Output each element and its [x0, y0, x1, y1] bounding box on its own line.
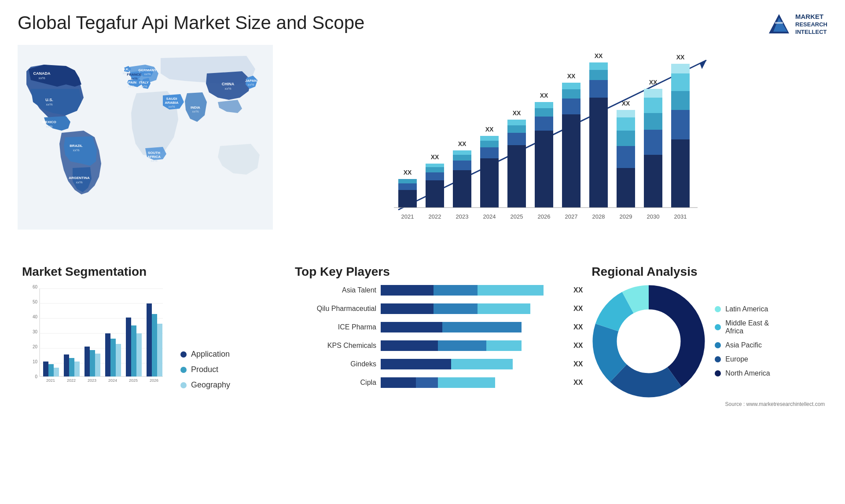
player-bar: [381, 376, 566, 389]
page-title: Global Tegafur Api Market Size and Scope: [18, 12, 364, 33]
legend-middle-east: Middle East &Africa: [715, 319, 770, 335]
player-name: Cipla: [295, 379, 376, 387]
svg-rect-75: [562, 89, 580, 99]
bottom-grid: Market Segmentation 0 10 20 30 40 50 60: [9, 260, 836, 407]
svg-rect-80: [589, 80, 608, 98]
application-dot: [180, 351, 187, 358]
middle-east-label: Middle East &Africa: [725, 319, 769, 335]
application-label: Application: [191, 350, 230, 359]
svg-text:2021: 2021: [46, 378, 55, 383]
svg-rect-103: [671, 64, 690, 73]
svg-rect-150: [434, 303, 478, 314]
svg-rect-39: [398, 183, 417, 190]
svg-rect-94: [644, 113, 662, 130]
asia-pacific-dot: [715, 342, 721, 348]
svg-rect-73: [562, 114, 580, 208]
svg-rect-61: [507, 145, 526, 208]
svg-rect-100: [671, 110, 690, 139]
svg-rect-46: [426, 164, 444, 167]
svg-rect-148: [478, 285, 544, 296]
legend-application: Application: [180, 350, 230, 359]
svg-text:xx%: xx%: [247, 83, 254, 87]
svg-text:xx%: xx%: [192, 110, 198, 113]
svg-rect-88: [617, 117, 635, 131]
legend-asia-pacific: Asia Pacific: [715, 341, 770, 349]
svg-text:2025: 2025: [129, 378, 138, 383]
svg-text:2030: 2030: [647, 213, 660, 220]
svg-text:2031: 2031: [674, 213, 687, 220]
svg-rect-126: [64, 354, 69, 376]
svg-rect-159: [381, 377, 416, 388]
regional-content: Latin America Middle East &Africa Asia P…: [592, 284, 838, 398]
svg-rect-62: [507, 133, 526, 145]
svg-text:XX: XX: [676, 54, 685, 61]
svg-text:XX: XX: [622, 100, 630, 107]
svg-rect-138: [126, 318, 131, 376]
player-row: Gindeks XX: [295, 358, 583, 370]
svg-text:xx%: xx%: [144, 72, 151, 76]
legend-north-america: North America: [715, 369, 770, 377]
svg-rect-127: [69, 358, 74, 376]
svg-rect-64: [507, 120, 526, 125]
svg-rect-74: [562, 99, 580, 114]
segmentation-title: Market Segmentation: [22, 265, 286, 279]
svg-text:XX: XX: [458, 140, 467, 147]
svg-text:U.S.: U.S.: [45, 98, 53, 102]
legend-product: Product: [180, 365, 230, 374]
regional-legend: Latin America Middle East &Africa Asia P…: [715, 305, 770, 377]
svg-rect-67: [535, 131, 553, 208]
svg-rect-158: [451, 359, 513, 369]
svg-rect-52: [453, 150, 471, 155]
svg-rect-58: [480, 136, 499, 141]
svg-text:2028: 2028: [592, 213, 605, 220]
product-label: Product: [191, 365, 218, 374]
svg-rect-136: [116, 344, 121, 376]
player-name: ICE Pharma: [295, 323, 376, 331]
svg-text:xx%: xx%: [151, 159, 157, 163]
svg-text:2029: 2029: [620, 213, 632, 220]
svg-rect-156: [486, 340, 522, 351]
world-map: CANADA xx% U.S. xx% MEXICO xx% BRAZIL xx…: [18, 45, 273, 230]
player-name: Asia Talent: [295, 286, 376, 294]
svg-rect-134: [105, 333, 110, 376]
svg-text:2027: 2027: [565, 213, 578, 220]
svg-rect-122: [43, 362, 48, 376]
svg-rect-151: [478, 303, 530, 314]
svg-text:INDIA: INDIA: [191, 106, 200, 110]
latin-america-label: Latin America: [725, 305, 768, 313]
svg-text:xx%: xx%: [140, 84, 147, 88]
main-grid: CANADA xx% U.S. xx% MEXICO xx% BRAZIL xx…: [0, 40, 845, 407]
svg-text:SAUDI: SAUDI: [166, 97, 177, 101]
svg-text:50: 50: [33, 299, 38, 304]
svg-text:FRANCE: FRANCE: [127, 73, 142, 77]
svg-rect-89: [617, 110, 635, 117]
svg-text:XX: XX: [540, 92, 548, 99]
svg-text:2022: 2022: [67, 378, 76, 383]
svg-rect-101: [671, 91, 690, 110]
svg-rect-144: [157, 324, 162, 376]
svg-text:JAPAN: JAPAN: [245, 79, 257, 83]
svg-rect-45: [426, 167, 444, 172]
bar-chart-area: XX 2021 XX 2022 XX 2023: [290, 45, 823, 230]
svg-text:2021: 2021: [401, 213, 414, 220]
source-text: Source : www.marketresearchintellect.com: [592, 401, 838, 407]
seg-chart-area: 0 10 20 30 40 50 60: [22, 284, 286, 390]
svg-text:xx%: xx%: [224, 87, 231, 91]
legend-latin-america: Latin America: [715, 305, 770, 313]
regional-title: Regional Analysis: [592, 265, 838, 279]
player-value: XX: [573, 323, 583, 331]
svg-text:60: 60: [33, 285, 38, 289]
svg-rect-79: [589, 98, 608, 208]
player-bar: [381, 284, 566, 296]
svg-text:xx%: xx%: [38, 76, 45, 80]
svg-text:SOUTH: SOUTH: [148, 151, 160, 155]
asia-pacific-label: Asia Pacific: [725, 341, 762, 349]
svg-text:GERMANY: GERMANY: [139, 68, 157, 72]
svg-text:xx%: xx%: [131, 77, 137, 80]
player-row: KPS Chemicals XX: [295, 340, 583, 352]
svg-rect-82: [589, 62, 608, 70]
svg-rect-51: [453, 155, 471, 161]
svg-rect-81: [589, 70, 608, 80]
svg-rect-155: [438, 340, 486, 351]
svg-text:XX: XX: [513, 110, 521, 117]
